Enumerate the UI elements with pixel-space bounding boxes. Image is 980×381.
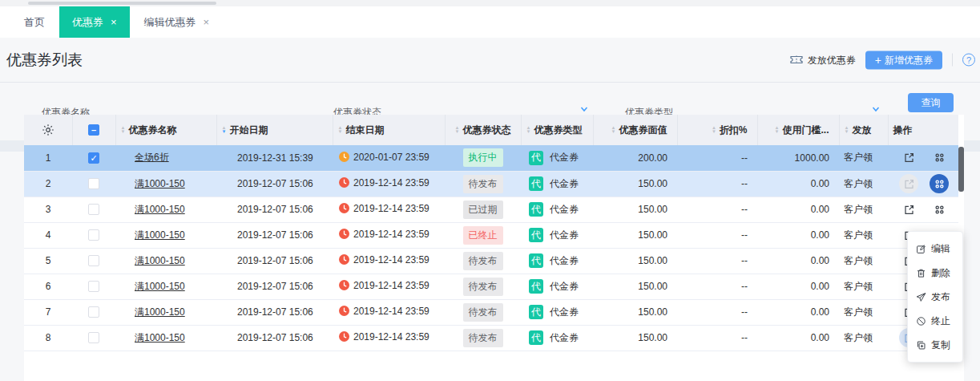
- context-menu-item-删除[interactable]: 删除: [908, 261, 962, 285]
- sort-carets[interactable]: ▲▼: [455, 126, 460, 134]
- add-coupon-button[interactable]: + 新增优惠券: [865, 51, 942, 69]
- table-row[interactable]: 6满1000-1502019-12-07 15:062019-12-14 23:…: [24, 274, 958, 299]
- search-button[interactable]: 查询: [908, 93, 954, 112]
- table-row[interactable]: 3满1000-1502019-12-07 15:062019-12-14 23:…: [24, 197, 958, 222]
- row-index: 6: [24, 274, 72, 299]
- column-header-issue[interactable]: ▲▼发放: [845, 124, 883, 137]
- row-checkbox[interactable]: [88, 204, 99, 215]
- context-menu-item-复制[interactable]: 复制: [908, 333, 962, 357]
- row-checkbox[interactable]: [88, 229, 99, 241]
- coupon-name-link[interactable]: 满1000-150: [135, 281, 185, 292]
- face-value: 150.00: [593, 171, 677, 197]
- sort-carets[interactable]: ▲▼: [611, 126, 616, 134]
- sort-carets[interactable]: ▲▼: [845, 126, 849, 134]
- start-date: 2019-12-07 15:06: [216, 197, 333, 222]
- end-date: 2019-12-14 23:59: [353, 229, 430, 240]
- discount-value: --: [677, 171, 757, 197]
- issue-coupon-button[interactable]: 发放优惠券: [790, 53, 856, 67]
- face-value: 150.00: [593, 274, 677, 299]
- sort-carets[interactable]: ▲▼: [222, 126, 227, 134]
- coupon-name-link[interactable]: 满1000-150: [135, 255, 185, 266]
- coupon-name-link[interactable]: 满1000-150: [135, 204, 185, 215]
- more-actions-button[interactable]: [930, 174, 949, 193]
- coupon-name-link[interactable]: 满1000-150: [135, 332, 185, 343]
- table-header-row: –▲▼优惠券名称▲▼开始日期▲▼结束日期▲▼优惠券状态▲▼优惠券类型▲▼优惠券面…: [24, 115, 958, 145]
- status-badge: 待发布: [463, 252, 503, 270]
- coupon-name-link[interactable]: 满1000-150: [135, 178, 185, 189]
- column-header-face[interactable]: ▲▼优惠券面值: [599, 124, 672, 137]
- context-menu-label: 删除: [931, 266, 950, 280]
- coupon-name-link[interactable]: 全场6折: [135, 152, 169, 163]
- coupon-name-link[interactable]: 满1000-150: [135, 306, 185, 318]
- status-badge: 待发布: [463, 175, 503, 193]
- sort-carets[interactable]: ▲▼: [338, 126, 343, 134]
- context-menu-item-发布[interactable]: 发布: [908, 285, 962, 309]
- horizontal-scrollbar[interactable]: [28, 2, 216, 5]
- coupon-type-icon: 代: [529, 151, 543, 165]
- table-row[interactable]: 4满1000-1502019-12-07 15:062019-12-14 23:…: [24, 222, 958, 248]
- discount-value: --: [677, 325, 757, 351]
- table-row[interactable]: 8满1000-1502019-12-07 15:062019-12-14 23:…: [24, 325, 958, 351]
- sort-carets[interactable]: ▲▼: [121, 126, 126, 134]
- threshold-value: 0.00: [757, 171, 839, 197]
- context-menu-item-终止[interactable]: 终止: [908, 309, 962, 333]
- end-date: 2019-12-14 23:59: [353, 280, 430, 291]
- table-row[interactable]: 2满1000-1502019-12-07 15:062019-12-14 23:…: [24, 171, 958, 197]
- issue-row-button[interactable]: [899, 174, 918, 193]
- row-checkbox[interactable]: [88, 281, 99, 292]
- sort-carets[interactable]: ▲▼: [526, 126, 531, 134]
- column-header-status[interactable]: ▲▼优惠券状态: [450, 124, 516, 137]
- coupon-type: 代金券: [550, 254, 579, 268]
- issue-mode: 客户领: [839, 222, 888, 248]
- close-icon[interactable]: ×: [204, 16, 210, 28]
- end-date: 2019-12-14 23:59: [353, 331, 430, 342]
- issue-mode: 客户领: [839, 171, 888, 197]
- table-row[interactable]: 1✓全场6折2019-12-31 15:392020-01-07 23:59执行…: [24, 145, 958, 171]
- issue-row-button[interactable]: [899, 200, 918, 219]
- column-header-label: 开始日期: [229, 124, 268, 137]
- start-date: 2019-12-07 15:06: [216, 248, 333, 274]
- threshold-value: 0.00: [757, 248, 839, 274]
- table-row[interactable]: 5满1000-1502019-12-07 15:062019-12-14 23:…: [24, 248, 958, 274]
- row-checkbox[interactable]: [88, 255, 99, 266]
- column-header-label: 操作: [893, 124, 913, 137]
- more-actions-button[interactable]: [930, 200, 949, 219]
- column-header-start[interactable]: ▲▼开始日期: [222, 124, 328, 137]
- row-checkbox[interactable]: [88, 178, 99, 189]
- more-actions-button[interactable]: [930, 148, 949, 168]
- coupon-type: 代金券: [550, 177, 579, 191]
- row-checkbox[interactable]: ✓: [88, 152, 99, 164]
- row-checkbox[interactable]: [88, 306, 99, 318]
- sort-carets[interactable]: ▲▼: [712, 126, 716, 134]
- context-menu-item-编辑[interactable]: 编辑: [908, 237, 962, 261]
- help-icon[interactable]: ?: [962, 54, 975, 67]
- tab-bar: 首页 优惠券 × 编辑优惠券 ×: [0, 6, 980, 38]
- column-header-type[interactable]: ▲▼优惠券类型: [526, 124, 588, 137]
- table-row[interactable]: 7满1000-1502019-12-07 15:062019-12-14 23:…: [24, 299, 958, 325]
- tab-coupon[interactable]: 优惠券 ×: [59, 6, 130, 38]
- tab-edit-coupon[interactable]: 编辑优惠券 ×: [130, 6, 224, 38]
- row-checkbox[interactable]: [88, 332, 99, 343]
- coupon-type: 代金券: [550, 280, 579, 294]
- clock-icon: [339, 229, 349, 239]
- add-coupon-label: 新增优惠券: [885, 53, 933, 67]
- share-icon: [903, 178, 915, 190]
- table-scrollbar[interactable]: [958, 147, 964, 192]
- status-badge: 已过期: [463, 201, 503, 219]
- select-all-checkbox[interactable]: –: [88, 124, 99, 136]
- column-header-end[interactable]: ▲▼结束日期: [338, 124, 440, 137]
- face-value: 150.00: [593, 299, 677, 325]
- tab-home[interactable]: 首页: [10, 6, 59, 38]
- coupon-name-link[interactable]: 满1000-150: [135, 229, 185, 241]
- close-icon[interactable]: ×: [111, 16, 117, 28]
- issue-row-button[interactable]: [899, 148, 918, 168]
- share-icon: [903, 204, 915, 216]
- column-header-threshold[interactable]: ▲▼使用门槛...: [763, 124, 834, 137]
- row-index: 1: [24, 145, 72, 171]
- sort-carets[interactable]: ▲▼: [775, 126, 780, 134]
- column-settings-button[interactable]: [29, 124, 67, 136]
- sort-desc-icon: ▼: [222, 130, 227, 134]
- column-header-discount[interactable]: ▲▼折扣%: [683, 124, 752, 137]
- column-header-label: 结束日期: [345, 124, 384, 137]
- column-header-name[interactable]: ▲▼优惠券名称: [121, 124, 212, 137]
